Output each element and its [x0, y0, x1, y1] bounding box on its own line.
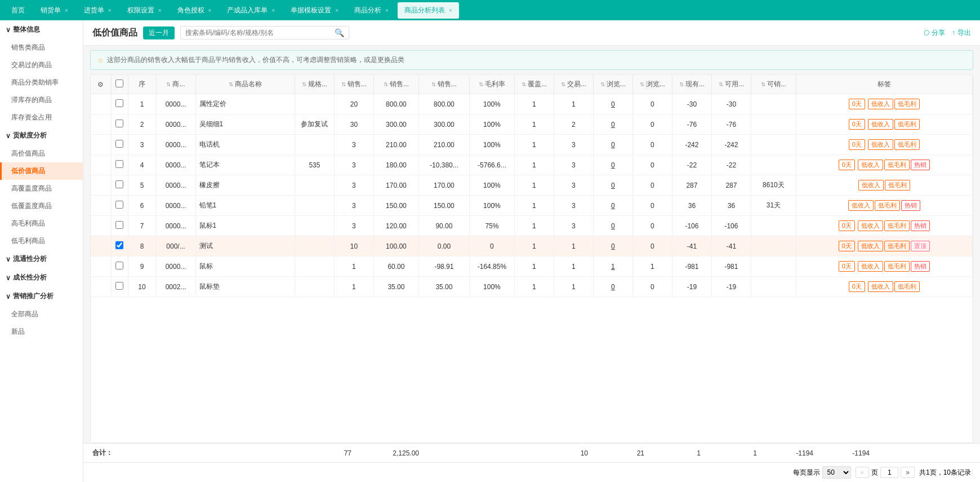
sort-icon[interactable]: ⇅: [522, 81, 526, 87]
nav-role-auth[interactable]: 角色授权 ×: [171, 2, 219, 19]
row-num: 1: [128, 94, 156, 114]
sidebar-item-high-value[interactable]: 高价值商品: [0, 145, 83, 162]
search-bar: 🔍: [180, 26, 349, 39]
per-page-select[interactable]: 50 20 100: [822, 466, 851, 479]
select-all-checkbox[interactable]: [115, 79, 123, 87]
row-checkbox[interactable]: [115, 241, 123, 249]
row-view1[interactable]: 0: [593, 277, 632, 297]
row-view1[interactable]: 0: [593, 94, 632, 114]
nav-home[interactable]: 首页: [5, 2, 32, 19]
row-view1[interactable]: 0: [593, 196, 632, 216]
sidebar-section-contribution[interactable]: ∨ 贡献度分析: [0, 126, 83, 145]
sidebar-item-inventory-capital[interactable]: 库存资金占用: [0, 109, 83, 126]
sidebar-item-high-margin[interactable]: 高毛利商品: [0, 215, 83, 232]
tag-item: 热销: [911, 220, 930, 231]
row-spec: [295, 196, 334, 216]
close-product-analysis-icon[interactable]: ×: [385, 7, 389, 14]
row-checkbox-cell: [111, 94, 128, 114]
close-role-auth-icon[interactable]: ×: [208, 7, 212, 14]
row-gross: 100%: [469, 175, 514, 196]
sort-icon[interactable]: ⇅: [640, 81, 644, 87]
page-number-input[interactable]: [880, 467, 898, 478]
sort-icon[interactable]: ⇅: [719, 81, 723, 87]
sort-icon[interactable]: ⇅: [761, 81, 765, 87]
sidebar-item-low-value[interactable]: 低价值商品: [0, 162, 83, 180]
sidebar-section-growth[interactable]: ∨ 成长性分析: [0, 268, 83, 287]
sidebar-item-category-sales-rate[interactable]: 商品分类助销率: [0, 74, 83, 91]
sort-icon[interactable]: ⇅: [341, 81, 346, 87]
sidebar-item-sales-products[interactable]: 销售类商品: [0, 39, 83, 56]
search-input[interactable]: [185, 29, 331, 37]
row-view1[interactable]: 0: [593, 135, 632, 155]
share-button[interactable]: ⬡ 分享: [924, 28, 945, 38]
close-analysis-list-icon[interactable]: ×: [449, 7, 452, 14]
settings-icon[interactable]: ⚙: [97, 81, 104, 89]
period-button[interactable]: 近一月: [143, 26, 175, 39]
nav-product-analysis-list[interactable]: 商品分析列表 ×: [398, 2, 459, 19]
sidebar-section-overall[interactable]: ∨ 整体信息: [0, 20, 83, 39]
row-sales2: 60.00: [373, 257, 418, 277]
row-checkbox[interactable]: [115, 282, 123, 290]
nav-purchase-order[interactable]: 进货单 ×: [77, 2, 118, 19]
sidebar-item-high-coverage[interactable]: 高覆盖度商品: [0, 180, 83, 197]
sort-icon[interactable]: ⇅: [600, 81, 605, 87]
tag-day: 0天: [839, 220, 855, 231]
sidebar-section-flow[interactable]: ∨ 流通性分析: [0, 250, 83, 268]
nav-template-settings[interactable]: 单据模板设置 ×: [284, 2, 345, 19]
total-values: 77 2,125.00 10 21 1 1 -1194 -1194: [126, 449, 971, 457]
col-settings[interactable]: ⚙: [91, 75, 111, 94]
row-view1[interactable]: 0: [593, 175, 632, 196]
nav-product-analysis[interactable]: 商品分析 ×: [348, 2, 395, 19]
sort-icon[interactable]: ⇅: [679, 81, 684, 87]
row-stock3: [751, 94, 796, 114]
sidebar-item-slow-inventory[interactable]: 滞库存的商品: [0, 91, 83, 109]
sort-icon[interactable]: ⇅: [561, 81, 565, 87]
row-code: 0000...: [156, 175, 195, 196]
table-row: 9 0000... 鼠标 1 60.00 -98.91 -164.85% 1 1…: [91, 257, 973, 277]
row-checkbox[interactable]: [115, 180, 123, 188]
row-checkbox[interactable]: [115, 160, 123, 168]
row-sales1: 3: [334, 135, 373, 155]
close-permission-icon[interactable]: ×: [158, 7, 162, 14]
sidebar-item-low-coverage[interactable]: 低覆盖度商品: [0, 197, 83, 215]
row-code: 0000...: [156, 257, 195, 277]
row-checkbox[interactable]: [115, 221, 123, 229]
sort-icon[interactable]: ⇅: [431, 81, 436, 87]
row-checkbox[interactable]: [115, 140, 123, 148]
sidebar-item-traded-products[interactable]: 交易过的商品: [0, 56, 83, 74]
sort-icon[interactable]: ⇅: [384, 81, 388, 87]
row-stock1: -30: [672, 94, 711, 114]
close-product-inbound-icon[interactable]: ×: [271, 7, 275, 14]
row-checkbox[interactable]: [115, 262, 123, 269]
sort-icon[interactable]: ⇅: [166, 81, 171, 87]
row-view1[interactable]: 0: [593, 236, 632, 257]
next-page-button[interactable]: »: [901, 467, 915, 478]
sort-icon[interactable]: ⇅: [479, 81, 483, 87]
row-stock2: 287: [711, 175, 751, 196]
col-checkbox: [111, 75, 128, 94]
sidebar-item-low-margin[interactable]: 低毛利商品: [0, 232, 83, 250]
close-sales-order-icon[interactable]: ×: [65, 7, 68, 14]
close-template-icon[interactable]: ×: [335, 7, 338, 14]
first-page-button[interactable]: «: [856, 467, 870, 478]
sort-icon[interactable]: ⇅: [229, 81, 233, 87]
nav-permission-settings[interactable]: 权限设置 ×: [121, 2, 168, 19]
main-layout: ∨ 整体信息 销售类商品 交易过的商品 商品分类助销率 滞库存的商品 库存资金占…: [0, 20, 980, 482]
sidebar-item-all-products[interactable]: 全部商品: [0, 306, 83, 323]
sidebar-section-marketing[interactable]: ∨ 营销推广分析: [0, 287, 83, 306]
close-purchase-order-icon[interactable]: ×: [108, 7, 112, 14]
nav-sales-order[interactable]: 销货单 ×: [34, 2, 75, 19]
sidebar-item-new-products[interactable]: 新品: [0, 323, 83, 341]
row-checkbox[interactable]: [115, 120, 123, 127]
row-stock2: -106: [711, 216, 751, 236]
row-view1[interactable]: 0: [593, 114, 632, 135]
row-view1[interactable]: 1: [593, 257, 632, 277]
row-view1[interactable]: 0: [593, 216, 632, 236]
row-checkbox[interactable]: [115, 201, 123, 209]
row-checkbox[interactable]: [115, 99, 123, 107]
export-button[interactable]: ↑ 导出: [952, 28, 971, 38]
search-icon[interactable]: 🔍: [335, 28, 344, 37]
sort-icon[interactable]: ⇅: [302, 81, 306, 87]
nav-product-inbound[interactable]: 产成品入库单 ×: [220, 2, 282, 19]
row-view1[interactable]: 0: [593, 155, 632, 175]
